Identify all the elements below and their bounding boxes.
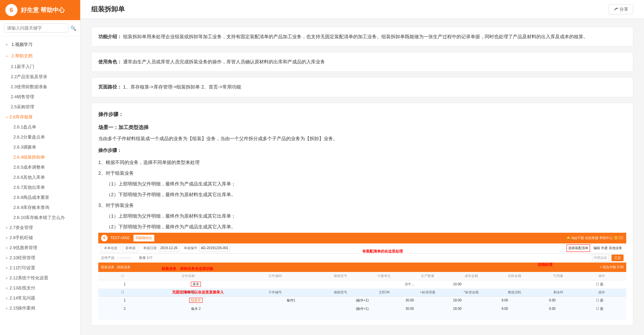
mock-subrow-1: 1 组装件 板件1 (板件+1) 30.00 18.00 9.00 0.00 ☐…	[98, 296, 626, 305]
sidebar-nav: + 1.视频学习 − 2.帮助文档 2.1新手入门 2.2产品安装及登录 2.3…	[0, 36, 80, 335]
mock-subrow-4	[98, 319, 626, 320]
expand-icon: +	[5, 42, 8, 47]
sidebar-item-cost-adjust[interactable]: 2.6.5成本调整单	[0, 162, 80, 172]
sidebar-item-payment[interactable]: + 2.13在线支付	[0, 283, 80, 293]
sidebar-group-docs[interactable]: − 2.帮助文档	[0, 50, 80, 62]
sidebar-item-cost-recalc[interactable]: 2.6.8商品成本重算	[0, 192, 80, 203]
app-logo: 6	[5, 4, 17, 16]
scene1-desc: 当由多个子件材料组装成一个成品的业务为【组装】业务，当由一个父件拆分成多个子产品…	[98, 134, 626, 143]
col-qty: 生产数量	[406, 273, 449, 279]
sidebar-item-data-prep[interactable]: 2.3使用前数据准备	[0, 82, 80, 92]
role-text: 通常由生产人员或库管人员完成拆装业务的操作，库管人员确认原材料的出库和产成品的入…	[123, 59, 325, 64]
sidebar-item-other-in[interactable]: 2.6.6其他入库单	[0, 172, 80, 182]
step2-1: （1）上部明细为父件明细，最终作为产成品生成其它入库单；	[98, 179, 626, 188]
step3-2: （2）下部明细为子件明细，最终作为产成品生成其它入库单。	[98, 222, 626, 231]
app-title: 好生意 帮助中心	[21, 6, 65, 14]
sidebar-item-mobile[interactable]: + 2.8手机旺铺	[0, 233, 80, 243]
path-label: 页面路径：	[98, 84, 122, 90]
mock-subrow-2: 2 板木 2 (板件+1) 30.00 18.00 9.00 0.00 ☐ 面	[98, 305, 626, 313]
scene1-title: 场景一：加工类型选择	[98, 123, 626, 132]
func-intro-block: 功能介绍： 组装拆卸单用来处理企业组装或拆卸等加工业务，支持有固定装配清单的产品…	[91, 27, 633, 47]
mock-btn-assembly-list[interactable]: 选择装配清单	[567, 244, 590, 252]
mock-logo: 6	[101, 235, 108, 241]
func-intro-text: 组装拆卸单用来处理企业组装或拆卸等加工业务，支持有固定装配清单的产品加工业务，也…	[123, 34, 588, 39]
step3-1: （1）上部明细为父件明细，最终作为原材料生成其它出库单；	[98, 211, 626, 221]
col-spec: 规格型号	[319, 273, 362, 279]
search-input[interactable]	[4, 23, 68, 33]
mock-btn-ok[interactable]: 立定	[611, 255, 624, 261]
mock-table-row-1: 1 床木 1/个… 10.00 ☐ 面	[98, 280, 626, 289]
col-avail: 可用量	[536, 273, 580, 279]
collapse-icon-inventory: −	[5, 114, 8, 120]
mock-date-label: 单据日期	[143, 245, 157, 251]
col-unit: 计量单位	[362, 273, 406, 279]
main-content: 组装拆卸单 分享 功能介绍： 组装拆卸单用来处理企业组装或拆卸等加工业务，支持有…	[80, 0, 644, 335]
mock-type-label2: 拆卸业务	[117, 264, 130, 270]
path-block: 页面路径： 1、库存核算->库存管理->组装拆卸单 2、首页->常用功能	[91, 77, 633, 97]
sidebar-item-stocktake[interactable]: 2.6.1盘点单	[0, 122, 80, 132]
search-bar: 🔍	[0, 20, 80, 36]
mock-btn-new[interactable]: 本单信息	[101, 244, 120, 252]
sidebar-item-finance[interactable]: + 2.7资金管理	[0, 223, 80, 233]
step1: 1、根据不同的业务，选择不同单据的类型来处理	[98, 158, 626, 167]
steps-block: 操作步骤： 1、根据不同的业务，选择不同单据的类型来处理 2、对于组装业务 （1…	[98, 146, 626, 231]
sidebar-item-personalize[interactable]: + 2.12系统个性化设置	[0, 273, 80, 283]
mock-date-val: 2019-12-26	[159, 244, 179, 252]
share-button[interactable]: 分享	[608, 4, 633, 14]
col-cost: 成本金额	[449, 273, 493, 279]
sidebar-item-inventory[interactable]: − 2.6库存核算	[0, 112, 80, 122]
role-label: 使用角色：	[98, 59, 122, 64]
step2: 2、对于组装业务	[98, 168, 626, 178]
search-icon[interactable]: 🔍	[70, 25, 76, 31]
sidebar-item-assembly[interactable]: 2.6.4组装拆卸单	[0, 152, 80, 162]
mock-topbar-id: TEST-H002	[110, 235, 129, 241]
sidebar-item-coupon[interactable]: + 2.9优惠券管理	[0, 243, 80, 253]
mock-topbar: 6 TEST-H002 同期期对比 🔔 App下载 在线客服 帮助中心 😊 CC	[98, 233, 626, 243]
sidebar-item-faq[interactable]: + 2.14常见问题	[0, 293, 80, 303]
mock-row1-name: 床木	[191, 282, 201, 287]
sidebar-item-purchase[interactable]: 2.5采购管理	[0, 102, 80, 112]
mock-field1: 父件产品	[101, 255, 114, 261]
ops-title: 操作步骤：	[98, 110, 626, 119]
col-parent-code: 父件编码	[232, 273, 319, 279]
col-checkbox: ☐	[101, 273, 145, 279]
path-text: 1、库存核算->库存管理->组装拆卸单 2、首页->常用功能	[123, 84, 241, 90]
step3: 3、对于拆装业务	[98, 201, 626, 210]
col-actual: 实际金额	[493, 273, 536, 279]
scene1-ops-title: 操作步骤：	[98, 146, 626, 155]
sidebar-group-video[interactable]: + 1.视频学习	[0, 39, 80, 50]
sidebar-item-sales[interactable]: 2.4销售管理	[0, 92, 80, 102]
sidebar-item-print[interactable]: + 2.11打印设置	[0, 263, 80, 273]
sidebar-item-install[interactable]: 2.2产品安装及登录	[0, 72, 80, 82]
mock-subtable-header: ☐ 子件名称 子件编号 规格型号 主BOM +标准用量 *标准金额 整批消耗 剩…	[98, 289, 626, 296]
mock-field2: 数量 1/个	[139, 255, 153, 261]
col-parent-name: 父件名称	[145, 273, 232, 279]
mock-toolbar-row: 本单信息 新单据 单据日期 2019-12-26 单据编号 AD-2019122…	[98, 243, 626, 254]
sidebar-item-management[interactable]: + 2.10经营管理	[0, 253, 80, 263]
sidebar-item-transfer[interactable]: 2.6.3调拨单	[0, 142, 80, 152]
mock-btn-list[interactable]: 新单据	[122, 244, 139, 252]
step2-2: （2）下部明细为子件明细，最终作为原材料生成其它出库单。	[98, 190, 626, 199]
sidebar-group-video-label: 1.视频学习	[11, 42, 33, 48]
role-block: 使用角色： 通常由生产人员或库管人员完成拆装业务的操作，库管人员确认原材料的出库…	[91, 52, 633, 72]
mock-add-row: + 组合件数 0.00	[600, 264, 624, 270]
sidebar-group-docs-label: 2.帮助文档	[11, 53, 33, 59]
mock-order-val: AD-20191226-001	[199, 244, 230, 252]
sidebar-item-cases[interactable]: + 2.15操作案例	[0, 303, 80, 313]
screenshot-mock: 6 TEST-H002 同期期对比 🔔 App下载 在线客服 帮助中心 😊 CC…	[98, 233, 626, 320]
mock-toolbar-more: 编辑 作废 其他业务	[593, 245, 622, 251]
mock-order-label: 单据编号	[184, 245, 197, 251]
top-bar: 组装拆卸单 分享	[80, 0, 644, 19]
mock-field-optional: 对照品名	[592, 254, 609, 262]
sidebar-item-stock-ledger[interactable]: 2.6.9库存账本查询	[0, 203, 80, 213]
sidebar-item-other-out[interactable]: 2.6.7其他出库单	[0, 182, 80, 192]
mock-type-bar: 组装业务 拆卸业务 + 组合件数 0.00	[98, 263, 626, 272]
page-title: 组装拆卸单	[91, 5, 125, 14]
sidebar-item-partial-stocktake[interactable]: 2.6.2分量盘点单	[0, 132, 80, 142]
sidebar-item-newbie[interactable]: 2.1新手入门	[0, 62, 80, 72]
col-action: 操作	[580, 273, 624, 279]
sidebar-item-stock-error[interactable]: 2.6.10库存账本错了怎么办	[0, 213, 80, 223]
mock-annotation-row1: 父件产品 数量 1/个 对照品名 立定	[98, 254, 626, 263]
content-area: 功能介绍： 组装拆卸单用来处理企业组装或拆卸等加工业务，支持有固定装配清单的产品…	[80, 19, 644, 335]
mock-table-header: ☐ 父件名称 父件编码 规格型号 计量单位 生产数量 成本金额 实际金额 可用量…	[98, 272, 626, 280]
